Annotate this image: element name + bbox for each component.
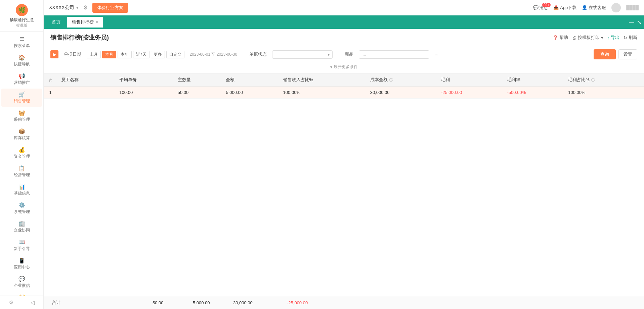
printer-icon: 🖨	[572, 35, 576, 40]
refresh-icon: ↻	[624, 35, 627, 40]
company-selector[interactable]: XXXXX公司 ▾	[49, 5, 78, 11]
sidebar-item-label: 采购管理	[14, 117, 30, 122]
footer-label: 合计	[48, 300, 148, 306]
chevron-down-icon: ▾	[330, 65, 332, 69]
th-name: 员工名称	[57, 73, 115, 87]
status-select-wrapper	[272, 50, 333, 59]
date-7days-btn[interactable]: 近7天	[133, 51, 149, 58]
sidebar-item-label: 销售管理	[14, 98, 30, 104]
logo-icon: 🌿	[16, 4, 28, 16]
sidebar-item-member[interactable]: 👑 畅会员	[1, 292, 42, 296]
window-minimize-icon[interactable]: —	[629, 19, 634, 25]
action-btns-right: 查询 设置	[594, 49, 637, 59]
date-this-month-btn[interactable]: 本月	[102, 51, 116, 58]
sidebar-item-search-order[interactable]: ☰ 搜索菜单	[1, 33, 42, 51]
gear-icon: ⚙️	[18, 202, 25, 208]
page-actions: ❓ 帮助 🖨 按模板打印 ▾ ↑ 导出 ↻ 刷新	[553, 35, 638, 41]
cart-icon: 🛒	[18, 91, 25, 98]
cell-gross: -25,000.00	[437, 87, 503, 99]
megaphone-icon: 📢	[18, 73, 25, 79]
chart-icon: 📊	[18, 184, 25, 190]
cell-avg-price: 100.00	[115, 87, 173, 99]
filter-toggle-btn[interactable]: ▶	[50, 50, 58, 58]
sidebar-item-label: 系统管理	[14, 209, 30, 215]
export-btn[interactable]: ↑ 导出	[607, 35, 620, 41]
username[interactable]: ████	[626, 5, 639, 10]
goods-filter-label: 商品	[345, 51, 353, 57]
app-download-btn[interactable]: 📥 App下载	[553, 5, 576, 11]
service-icon: 👤	[582, 5, 587, 10]
date-custom-btn[interactable]: 自定义	[166, 51, 184, 58]
sidebar-item-label: 资金管理	[14, 154, 30, 159]
sidebar-item-basic-info[interactable]: 📊 基础信息	[1, 181, 42, 199]
sidebar-item-sales[interactable]: 🛒 销售管理	[1, 89, 42, 107]
sidebar-item-label: 企业协同	[14, 227, 30, 233]
sidebar-item-purchase[interactable]: 🧺 采购管理	[1, 107, 42, 125]
cell-rank: 1	[44, 87, 57, 99]
sidebar-item-finance[interactable]: 💰 资金管理	[1, 144, 42, 162]
th-gross-pct: 毛利占比% ⓘ	[564, 73, 644, 87]
online-service-btn[interactable]: 👤 在线客服	[582, 5, 606, 11]
th-gross-rate: 毛利率	[503, 73, 564, 87]
sidebar-item-guide[interactable]: 📖 新手引导	[1, 236, 42, 254]
cell-cost: 30,000.00	[366, 87, 437, 99]
sidebar-item-label: 快捷导航	[14, 61, 30, 67]
cell-sales-pct: 100.00%	[279, 87, 366, 99]
sidebar-item-system[interactable]: ⚙️ 系统管理	[1, 199, 42, 217]
th-avg-price: 平均单价	[115, 73, 173, 87]
sidebar-item-marketing[interactable]: 📢 营销推广	[1, 70, 42, 88]
sidebar-item-label: 搜索菜单	[14, 43, 30, 49]
footer-cost: 30,000.00	[229, 300, 283, 305]
page-container: 销售排行榜(按业务员) ❓ 帮助 🖨 按模板打印 ▾ ↑ 导出	[44, 29, 644, 309]
phone-icon: 📱	[18, 257, 25, 264]
expand-conditions-btn[interactable]: ▾ 展开更多条件	[330, 64, 358, 70]
tabs-right: — ⤡	[629, 19, 641, 25]
notification-btn[interactable]: 💬 消息 99+	[533, 5, 548, 11]
goods-input[interactable]	[359, 50, 429, 59]
sidebar-item-app-center[interactable]: 📱 应用中心	[1, 255, 42, 273]
cost-info-icon[interactable]: ⓘ	[389, 78, 393, 82]
tab-close-btn[interactable]: ×	[96, 20, 98, 24]
avatar[interactable]	[611, 3, 621, 12]
settings-button[interactable]: 设置	[618, 49, 637, 59]
refresh-btn[interactable]: ↻ 刷新	[624, 35, 637, 41]
table-container: ☆ 员工名称 平均单价 主数量 全额 销售收入占比% 成本全额 ⓘ 毛利 毛利率	[44, 73, 644, 296]
chevron-down-icon: ▾	[76, 5, 78, 10]
chat-icon: 💬	[18, 276, 25, 282]
sidebar-footer: ⚙ ◁	[0, 296, 43, 309]
tab-sales-ranking[interactable]: 销售排行榜 ×	[67, 17, 103, 28]
clipboard-icon: 📋	[18, 165, 25, 171]
download-icon: 📥	[553, 5, 559, 10]
table-row: 1 100.00 50.00 5,000.00 100.00% 30,000.0…	[44, 87, 644, 99]
message-icon: 💬	[533, 5, 539, 10]
sidebar-item-label: 库存核算	[14, 135, 30, 141]
footer-quantity: 50.00	[148, 300, 189, 305]
sidebar-settings-btn[interactable]: ⚙	[9, 299, 13, 306]
date-prev-month-btn[interactable]: 上月	[87, 51, 101, 58]
help-icon: ❓	[553, 35, 558, 40]
status-select[interactable]	[272, 50, 333, 59]
query-button[interactable]: 查询	[594, 49, 616, 59]
sidebar-collapse-btn[interactable]: ◁	[31, 299, 35, 306]
help-btn[interactable]: ❓ 帮助	[553, 35, 568, 41]
filter-row-1: ▶ 单据日期 上月 本月 本年 近7天 更多 自定义 2023-06-01 至 …	[50, 49, 637, 59]
money-icon: 💰	[18, 147, 25, 153]
date-more-btn[interactable]: 更多	[151, 51, 165, 58]
sidebar-nav: ☰ 搜索菜单 🏠 快捷导航 📢 营销推广 🛒 销售管理 🧺 采购管理 📦 库存核…	[0, 32, 43, 296]
sidebar-item-quick-nav[interactable]: 🏠 快捷导航	[1, 52, 42, 70]
topbar-gear-btn[interactable]: ⚙	[82, 3, 89, 12]
date-quick-btns: 上月 本月 本年 近7天 更多 自定义	[87, 51, 184, 58]
sidebar-item-wechat[interactable]: 💬 企业微信	[1, 273, 42, 291]
date-this-year-btn[interactable]: 本年	[118, 51, 132, 58]
more-conditions-btn[interactable]: ···	[435, 52, 438, 57]
sidebar-item-operations[interactable]: 📋 经营管理	[1, 162, 42, 181]
print-btn[interactable]: 🖨 按模板打印 ▾	[572, 35, 603, 41]
sidebar-item-inventory[interactable]: 📦 库存核算	[1, 125, 42, 144]
trial-button[interactable]: 体验行业方案	[92, 3, 128, 13]
th-quantity: 主数量	[174, 73, 222, 87]
tab-home[interactable]: 首页	[46, 15, 66, 29]
window-expand-icon[interactable]: ⤡	[637, 19, 641, 25]
sidebar-item-enterprise[interactable]: 🏢 企业协同	[1, 218, 42, 236]
gross-pct-info-icon[interactable]: ⓘ	[591, 78, 595, 82]
sidebar-item-label: 基础信息	[14, 191, 30, 196]
